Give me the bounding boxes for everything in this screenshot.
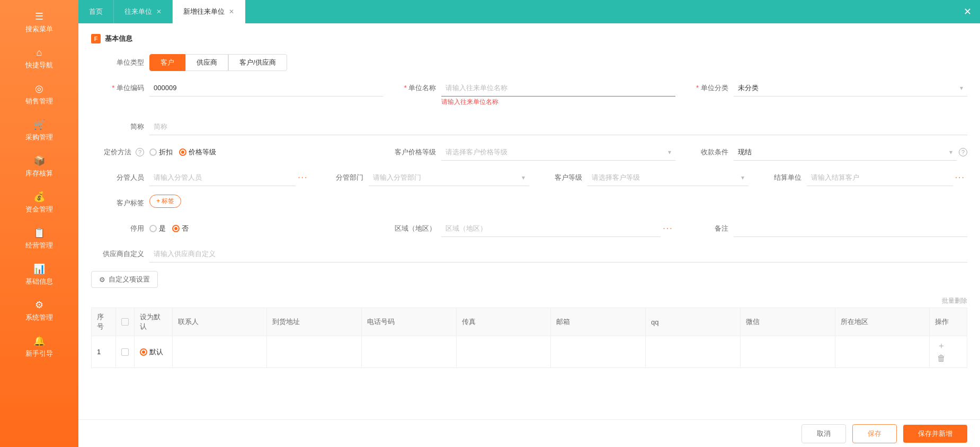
- col-qq: qq: [646, 308, 741, 336]
- pricing-level-option[interactable]: 价格等级: [179, 147, 216, 157]
- row-default-radio[interactable]: 默认: [140, 347, 167, 357]
- row-email[interactable]: [551, 336, 646, 368]
- batch-delete-btn[interactable]: 批量删除: [91, 296, 967, 305]
- settlement-unit-label: 结算单位: [749, 169, 807, 186]
- department-select[interactable]: 请输入分管部门 ▾: [369, 169, 530, 186]
- unit-name-input[interactable]: [441, 80, 675, 97]
- supplier-custom-input[interactable]: [149, 246, 967, 262]
- row-checkbox[interactable]: [121, 348, 129, 356]
- sidebar-item-new-guide[interactable]: 🔔 新手引导: [0, 329, 78, 365]
- disabled-no-option[interactable]: 否: [172, 224, 189, 233]
- row-qq[interactable]: [646, 336, 741, 368]
- content-area: F 基本信息 单位类型 客户 供应商 客户/供应商 单位编码 单位名称 请输入往…: [78, 23, 980, 419]
- remarks-field: 备注: [675, 220, 967, 237]
- sidebar-item-quick-nav[interactable]: ⌂ 快捷导航: [0, 40, 78, 76]
- sidebar-item-purchase[interactable]: 🛒 采购管理: [0, 112, 78, 148]
- window-close-button[interactable]: ✕: [964, 6, 972, 17]
- tab-new-partner-label: 新增往来单位: [183, 7, 225, 16]
- pricing-level-radio[interactable]: [179, 148, 186, 156]
- sidebar-item-label: 经营管理: [25, 241, 53, 250]
- unit-code-input[interactable]: [149, 80, 383, 97]
- disabled-yes-option[interactable]: 是: [149, 224, 166, 233]
- disabled-no-radio[interactable]: [172, 225, 180, 232]
- settlement-unit-more-btn[interactable]: ···: [953, 173, 967, 182]
- save-new-button[interactable]: 保存并新增: [903, 425, 967, 443]
- region-input-table[interactable]: [841, 348, 924, 356]
- sys-icon: ⚙: [33, 299, 45, 311]
- tab-new-partner-close[interactable]: ✕: [229, 8, 234, 15]
- row-wechat[interactable]: [740, 336, 835, 368]
- region-input[interactable]: [441, 220, 661, 237]
- sidebar-item-label: 库存核算: [25, 169, 53, 178]
- customer-level-field: 客户等级 请选择客户等级 ▾: [529, 169, 749, 186]
- unit-category-select[interactable]: 未分类 ▾: [734, 80, 967, 97]
- disabled-yes-radio[interactable]: [149, 225, 157, 232]
- row-address[interactable]: [267, 336, 362, 368]
- sidebar-item-sys-mgmt[interactable]: ⚙ 系统管理: [0, 293, 78, 329]
- sidebar-item-basic-info[interactable]: 📊 基础信息: [0, 257, 78, 293]
- custom-settings-btn[interactable]: ⚙ 自定义项设置: [91, 271, 158, 288]
- unit-category-value: 未分类: [738, 83, 759, 93]
- payment-terms-help-icon[interactable]: ?: [959, 148, 967, 156]
- unit-type-both-btn[interactable]: 客户/供应商: [228, 54, 287, 71]
- supervisor-more-btn[interactable]: ···: [296, 173, 310, 182]
- payment-terms-field: 收款条件 现结 ▾ ?: [675, 144, 967, 161]
- pricing-help-icon[interactable]: ?: [136, 148, 144, 156]
- finance-icon: 💰: [33, 191, 45, 203]
- col-email: 邮箱: [551, 308, 646, 336]
- row-default-label: 默认: [149, 347, 163, 357]
- unit-category-label: 单位分类: [675, 80, 734, 97]
- abbreviation-label: 简称: [91, 118, 149, 135]
- remarks-input[interactable]: [734, 220, 967, 237]
- row-fax[interactable]: [456, 336, 551, 368]
- pricing-discount-radio[interactable]: [149, 148, 157, 156]
- sidebar-item-label: 基础信息: [25, 277, 53, 286]
- tab-new-partner[interactable]: 新增往来单位 ✕: [173, 0, 245, 23]
- col-region: 所在地区: [835, 308, 930, 336]
- save-button[interactable]: 保存: [852, 424, 897, 443]
- unit-type-supplier-btn[interactable]: 供应商: [185, 54, 228, 71]
- col-default: 设为默认: [135, 308, 173, 336]
- phone-input[interactable]: [367, 348, 451, 356]
- customer-level-chevron: ▾: [741, 174, 744, 181]
- operations-icon: 📋: [33, 227, 45, 239]
- purchase-icon: 🛒: [33, 119, 45, 130]
- sidebar-item-sales[interactable]: ◎ 销售管理: [0, 76, 78, 112]
- tab-partners-close[interactable]: ✕: [156, 8, 162, 15]
- row-add-btn[interactable]: ＋: [935, 339, 948, 353]
- row-region[interactable]: [835, 336, 930, 368]
- unit-type-customer-btn[interactable]: 客户: [149, 54, 185, 71]
- sidebar-item-label: 资金管理: [25, 205, 53, 214]
- pricing-discount-option[interactable]: 折扣: [149, 147, 173, 157]
- add-tag-btn[interactable]: + 标签: [149, 195, 181, 208]
- email-input[interactable]: [556, 348, 640, 356]
- row-delete-btn[interactable]: 🗑: [935, 353, 948, 364]
- unit-code-field: 单位编码: [91, 80, 383, 97]
- abbreviation-field: 简称: [91, 118, 967, 135]
- customer-level-select[interactable]: 请选择客户等级 ▾: [587, 169, 749, 186]
- payment-terms-select[interactable]: 现结 ▾: [734, 144, 957, 161]
- settlement-unit-input[interactable]: [807, 169, 953, 186]
- tab-partners[interactable]: 往来单位 ✕: [114, 0, 173, 23]
- qq-input[interactable]: [651, 348, 735, 356]
- sidebar-item-label: 采购管理: [25, 133, 53, 142]
- contact-input[interactable]: [178, 348, 262, 356]
- fax-input[interactable]: [462, 348, 546, 356]
- row-default-radio-circle[interactable]: [140, 348, 147, 356]
- sidebar-item-operations[interactable]: 📋 经营管理: [0, 221, 78, 257]
- tab-home[interactable]: 首页: [78, 0, 114, 23]
- sidebar-item-finance[interactable]: 💰 资金管理: [0, 185, 78, 221]
- address-input[interactable]: [272, 348, 356, 356]
- sidebar-item-inventory[interactable]: 📦 库存核算: [0, 148, 78, 185]
- supervisor-input[interactable]: [149, 169, 296, 186]
- cancel-button[interactable]: 取消: [801, 424, 846, 443]
- select-all-checkbox[interactable]: [121, 318, 129, 326]
- abbreviation-input[interactable]: [149, 118, 967, 135]
- row-contact[interactable]: [172, 336, 267, 368]
- sidebar-item-search-menu[interactable]: ☰ 搜索菜单: [0, 4, 78, 40]
- row-checkbox-cell: [116, 336, 135, 368]
- region-more-btn[interactable]: ···: [661, 224, 675, 233]
- wechat-input[interactable]: [746, 348, 830, 356]
- customer-price-level-select[interactable]: 请选择客户价格等级 ▾: [441, 144, 675, 161]
- row-phone[interactable]: [362, 336, 457, 368]
